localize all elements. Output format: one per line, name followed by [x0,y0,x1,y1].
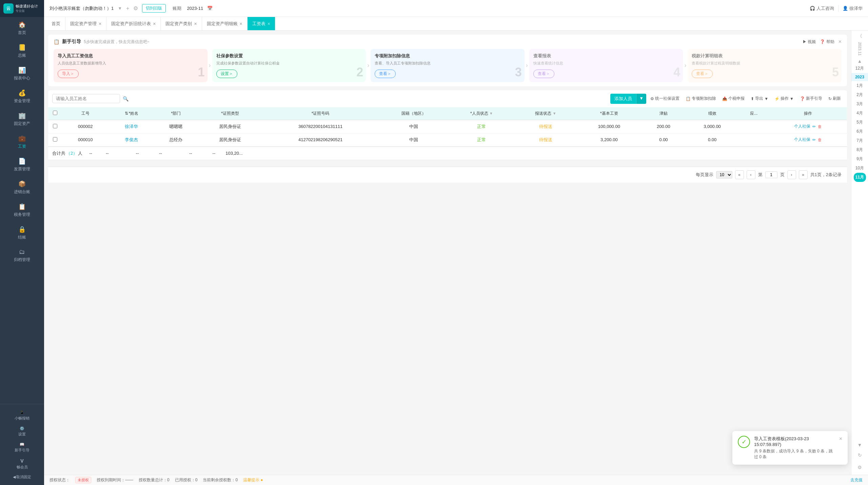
th-name[interactable]: ⇅ *姓名 [109,107,154,120]
tab-payroll-table[interactable]: 工资表 × [248,17,275,31]
sidebar-item-ledger[interactable]: 📒 总账 [0,40,44,62]
sidebar-item-settings[interactable]: ⚙️ 设置 [0,424,44,440]
export-btn[interactable]: ⬆ 导出 ▼ [749,94,770,103]
tab-depreciation[interactable]: 固定资产折旧统计表 × [106,17,161,31]
special-deduct-btn[interactable]: 📋 专项附加扣除 [684,94,718,103]
th-report-status[interactable]: 报送状态 ▼ [515,107,577,120]
expand-panel-btn[interactable]: 《 [857,33,862,39]
tab-home[interactable]: 首页 [47,17,65,31]
add-account-icon[interactable]: + [126,5,129,12]
page-size-select[interactable]: 10 20 50 [716,171,732,179]
sidebar-item-home[interactable]: 🏠 首页 [0,17,44,40]
notification-popup: ✓ 导入工资表模板(2023-03-23 15:07:59.897) 共 9 条… [732,431,848,465]
notif-close-btn[interactable]: × [839,436,842,442]
year-up-btn[interactable]: ▲ [857,58,862,64]
month-item-9[interactable]: 9月 [851,154,868,164]
search-button[interactable]: 🔍 [123,96,129,101]
month-item-1[interactable]: 1月 [851,81,868,90]
tab-close-icon[interactable]: × [194,21,197,26]
month-item-7[interactable]: 7月 [851,136,868,145]
add-person-btn[interactable]: 添加人员 [610,94,636,104]
tab-close-icon[interactable]: × [99,21,101,26]
edit-icon[interactable]: ✏ [812,137,816,142]
delete-icon[interactable]: 🗑 [818,137,822,142]
consult-btn[interactable]: 🎧 人工咨询 [810,5,834,12]
tab-close-icon[interactable]: × [240,21,242,26]
month-item-10[interactable]: 10月 [851,164,868,173]
step-4-btn[interactable]: 查看＞ [533,70,554,78]
tab-assets-mgmt[interactable]: 固定资产管理 × [65,17,106,31]
panel-settings-icon[interactable]: ⚙ [855,463,865,472]
guide-btn[interactable]: ❓ 新手引导 [798,94,824,103]
personal-social-btn[interactable]: 个人社保 [794,137,810,143]
consult-icon: 🎧 [810,6,815,11]
first-page-btn[interactable]: « [735,170,744,179]
sidebar-item-inventory[interactable]: 📦 进销台账 [0,176,44,199]
consult-label: 人工咨询 [816,5,834,12]
help-link[interactable]: ❓ 帮助 [820,39,834,45]
sidebar-item-payroll[interactable]: 💼 工资 [0,131,44,153]
calendar-icon[interactable]: 📅 [207,6,213,11]
tab-close-icon[interactable]: × [268,21,270,26]
th-name-sort[interactable]: ⇅ *姓名 [125,111,139,116]
employee-name-link[interactable]: 徐泽华 [125,124,138,129]
next-page-btn[interactable]: › [787,170,796,179]
search-input[interactable] [52,94,120,103]
step-5-btn[interactable]: 查看＞ [692,70,713,78]
month-item-2[interactable]: 2月 [851,90,868,99]
last-page-btn[interactable]: » [799,170,808,179]
page-input[interactable] [765,171,777,178]
sidebar-item-label: 总账 [18,53,26,58]
th-status[interactable]: *人员状态 ▼ [449,107,515,120]
cancel-fixed-btn[interactable]: ◀ 取消固定 [0,472,44,482]
add-person-dropdown-btn[interactable]: ▼ [636,94,646,104]
recharge-link[interactable]: 去充值 [850,477,863,483]
td-dept: 总经办 [154,133,198,146]
sidebar-item-new-guide[interactable]: 📖 新手引导 [0,440,44,455]
tab-close-icon[interactable]: × [153,21,156,26]
step-1-btn[interactable]: 导入＞ [58,70,79,78]
guide-close-btn[interactable]: × [839,39,842,45]
tab-assets-type[interactable]: 固定资产类别 × [161,17,202,31]
topbar-right: 🎧 人工咨询 👤 徐泽华 [810,5,863,12]
settings-topbar-icon[interactable]: ⚙ [133,5,138,12]
social-security-btn[interactable]: ⚙ 统一社保设置 [648,94,682,103]
sidebar-item-archive[interactable]: 🗂 归档管理 [0,244,44,267]
month-item-3[interactable]: 3月 [851,99,868,109]
sidebar-item-vip[interactable]: V 畅会员 [0,455,44,472]
month-item-4[interactable]: 4月 [851,109,868,118]
dropdown-icon[interactable]: ▼ [118,6,122,11]
sidebar-item-invoice[interactable]: 📄 发票管理 [0,153,44,176]
row-checkbox[interactable] [53,137,57,142]
prev-page-btn[interactable]: ‹ [747,170,755,179]
sidebar-item-tax[interactable]: 📋 税务管理 [0,199,44,222]
sidebar-item-mobile-report[interactable]: 📱 小畅报销 [0,408,44,424]
video-link[interactable]: ▶ 视频 [803,39,816,45]
edit-icon[interactable]: ✏ [812,124,816,129]
sidebar-item-fund[interactable]: 💰 资金管理 [0,85,44,108]
sidebar-item-assets[interactable]: 🏢 固定资产 [0,108,44,131]
employee-table: 工号 ⇅ *姓名 *部门 *证照类型 *证照 [48,107,847,147]
sidebar-item-close[interactable]: 🔒 结账 [0,222,44,244]
switch-version-btn[interactable]: 切到旧版 [142,4,166,13]
delete-icon[interactable]: 🗑 [818,124,822,129]
year-down-btn[interactable]: ▼ [857,442,862,448]
panel-refresh-icon[interactable]: ↻ [855,450,865,460]
sidebar-item-report[interactable]: 📊 报表中心 [0,62,44,85]
month-item-5[interactable]: 5月 [851,118,868,127]
operate-btn[interactable]: ⚡ 操作 ▼ [772,94,796,103]
personal-social-btn[interactable]: 个人社保 [794,124,810,129]
row-checkbox[interactable] [53,124,57,128]
select-all-checkbox[interactable] [53,111,57,115]
month-item-6[interactable]: 6月 [851,127,868,136]
employee-name-link[interactable]: 李俊杰 [125,137,138,142]
tax-declare-btn[interactable]: 📤 个税申报 [720,94,747,103]
refresh-btn[interactable]: ↻ 刷新 [826,94,843,103]
step-3-btn[interactable]: 查看＞ [375,70,396,78]
month-item-11[interactable]: 11月 [854,173,866,182]
tab-assets-detail[interactable]: 固定资产明细账 × [202,17,248,31]
user-profile[interactable]: 👤 徐泽华 [843,5,863,12]
month-item-8[interactable]: 8月 [851,145,868,154]
month-item-12[interactable]: 12月 [851,64,868,73]
step-2-btn[interactable]: 设置＞ [216,70,237,78]
